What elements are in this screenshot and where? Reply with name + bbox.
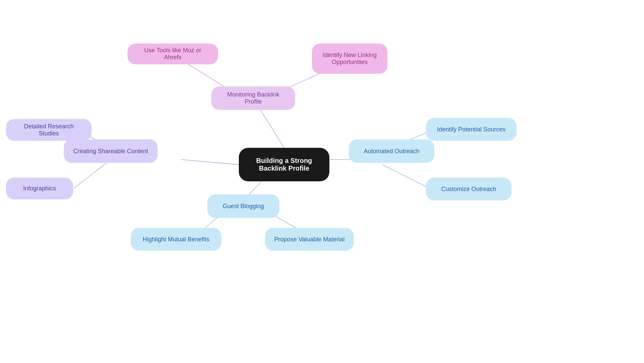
identify-potential-node[interactable]: Identify Potential Sources	[426, 118, 517, 141]
use-tools-label: Use Tools like Moz or Ahrefs	[136, 47, 210, 61]
use-tools-node[interactable]: Use Tools like Moz or Ahrefs	[127, 44, 218, 64]
guest-blogging-label: Guest Blogging	[223, 203, 264, 210]
identify-potential-label: Identify Potential Sources	[437, 126, 505, 133]
identify-new-label: Identify New Linking Opportunities	[320, 52, 379, 66]
automated-outreach-label: Automated Outreach	[364, 148, 419, 155]
customize-outreach-node[interactable]: Customize Outreach	[426, 178, 512, 200]
identify-new-node[interactable]: Identify New Linking Opportunities	[312, 44, 387, 74]
automated-outreach-node[interactable]: Automated Outreach	[349, 139, 434, 163]
creating-shareable-label: Creating Shareable Content	[73, 148, 148, 155]
propose-valuable-label: Propose Valuable Material	[274, 236, 345, 243]
svg-line-11	[382, 165, 429, 188]
infographics-node[interactable]: Infographics	[6, 178, 73, 199]
propose-valuable-node[interactable]: Propose Valuable Material	[265, 228, 354, 251]
customize-outreach-label: Customize Outreach	[441, 186, 496, 193]
infographics-label: Infographics	[23, 185, 56, 192]
svg-line-3	[181, 160, 239, 165]
monitoring-label: Monitoring Backlink Profile	[219, 91, 287, 105]
monitoring-node[interactable]: Monitoring Backlink Profile	[211, 86, 295, 110]
creating-shareable-node[interactable]: Creating Shareable Content	[64, 139, 158, 163]
detailed-research-node[interactable]: Detailed Research Studies	[6, 119, 92, 141]
detailed-research-label: Detailed Research Studies	[14, 123, 84, 137]
center-node[interactable]: Building a Strong Backlink Profile	[239, 148, 329, 181]
center-node-label: Building a Strong Backlink Profile	[247, 157, 321, 172]
highlight-mutual-node[interactable]: Highlight Mutual Benefits	[131, 228, 221, 251]
svg-line-0	[260, 109, 284, 148]
svg-line-5	[74, 160, 111, 188]
guest-blogging-node[interactable]: Guest Blogging	[207, 194, 279, 218]
highlight-mutual-label: Highlight Mutual Benefits	[143, 236, 209, 243]
